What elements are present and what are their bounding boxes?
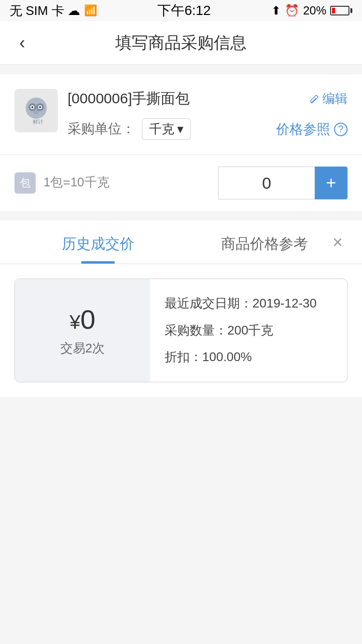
quantity-plus-button[interactable]: + [315,167,348,199]
product-logo-icon: 鲜计 [19,94,53,127]
price-summary: ¥0 交易2次 [15,279,150,382]
unit-select-dropdown[interactable]: 千克 ▾ [142,118,191,140]
status-right: ⬆ ⏰ 20% [271,4,352,17]
product-header: 鲜计 [0000006]手撕面包 编辑 采购单位： [14,89,348,140]
product-top-row: [0000006]手撕面包 编辑 [68,89,348,109]
tab-product-price[interactable]: 商品价格参考 [181,221,348,264]
svg-point-6 [39,106,41,108]
tab-history-label: 历史成交价 [62,236,134,252]
quantity-control: + [218,167,348,199]
product-info: [0000006]手撕面包 编辑 采购单位： 千克 ▾ [68,89,348,140]
price-ref-label: 价格参照 [276,120,330,139]
back-button[interactable]: ‹ [14,28,30,58]
tab-history-price[interactable]: 历史成交价 [14,221,181,264]
latest-date: 最近成交日期：2019-12-30 [165,294,333,314]
quantity-row: 包 1包=10千克 + [0,154,362,211]
status-left: 无 SIM 卡 ☁ 📶 [10,2,97,19]
battery-percent: 20% [303,4,326,17]
product-card: 鲜计 [0000006]手撕面包 编辑 采购单位： [0,74,362,154]
price-details: 最近成交日期：2019-12-30 采购数量：200千克 折扣：100.00% [150,279,347,382]
location-icon: ⬆ [271,4,281,17]
package-icon: 包 [14,172,36,194]
product-unit-row: 采购单位： 千克 ▾ 价格参照 ? [68,118,348,140]
tabs-header: 历史成交价 商品价格参考 × [0,221,362,264]
svg-text:鲜计: 鲜计 [33,119,43,125]
latest-date-value: 2019-12-30 [252,296,317,310]
discount-label: 折扣： [165,350,202,364]
edit-label: 编辑 [322,90,348,107]
purchase-quantity: 采购数量：200千克 [165,321,333,341]
quantity-value: 200千克 [227,323,273,337]
unit-info: 包 1包=10千克 [14,172,110,194]
price-reference-button[interactable]: 价格参照 ? [276,120,348,139]
price-value: 0 [81,304,96,335]
tabs-section: 历史成交价 商品价格参考 × [0,221,362,264]
status-time: 下午6:12 [157,1,211,20]
quantity-input[interactable] [218,167,315,199]
product-thumbnail: 鲜计 [14,89,58,132]
discount-value: 100.00% [202,350,252,364]
edit-icon [309,94,320,104]
discount: 折扣：100.00% [165,347,333,367]
dropdown-arrow-icon: ▾ [177,122,183,137]
price-card-wrapper: ¥0 交易2次 最近成交日期：2019-12-30 采购数量：200千克 折扣：… [0,264,362,397]
tab-close-button[interactable]: × [328,227,348,257]
page-title: 填写商品采购信息 [115,32,247,54]
battery-icon [330,6,352,15]
status-bar: 无 SIM 卡 ☁ 📶 下午6:12 ⬆ ⏰ 20% [0,0,362,21]
tab-product-label: 商品价格参考 [221,236,308,252]
package-equiv: 1包=10千克 [43,174,110,191]
wifi-icon: 📶 [84,4,97,17]
price-card: ¥0 交易2次 最近成交日期：2019-12-30 采购数量：200千克 折扣：… [14,279,348,382]
product-name: [0000006]手撕面包 [68,89,190,109]
price-amount: ¥0 [70,304,95,335]
nav-bar: ‹ 填写商品采购信息 [0,21,362,65]
question-icon: ? [334,123,348,136]
unit-label: 采购单位： [68,121,135,136]
alarm-icon: ⏰ [285,4,299,17]
currency-symbol: ¥ [70,311,80,333]
price-trades: 交易2次 [60,340,105,357]
svg-point-5 [31,106,33,108]
unit-value: 千克 [149,121,174,138]
quantity-label: 采购数量： [165,323,227,337]
latest-date-label: 最近成交日期： [165,296,252,310]
content-area [0,397,362,644]
svg-point-7 [33,110,39,114]
edit-button[interactable]: 编辑 [309,90,348,107]
sim-status: 无 SIM 卡 ☁ [10,2,80,19]
unit-selector: 采购单位： 千克 ▾ [68,118,191,140]
